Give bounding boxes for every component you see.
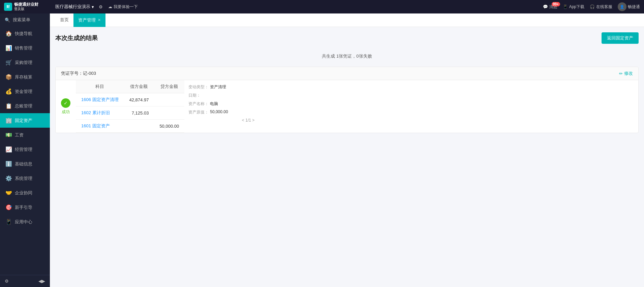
message-badge: 99+ — [552, 2, 560, 6]
sidebar-item-basic-info[interactable]: ℹ️ 基础信息 — [0, 157, 50, 171]
sidebar-item-funds[interactable]: 💰 资金管理 — [0, 84, 50, 99]
info-date: 日期： — [188, 93, 254, 98]
asset-value-label: 资产原值： — [188, 109, 209, 115]
sidebar-label: 系统管理 — [15, 176, 32, 182]
sidebar-label: 总账管理 — [15, 103, 32, 109]
sidebar-label: 基础信息 — [15, 161, 32, 167]
page-title: 本次生成的结果 — [55, 34, 98, 42]
tab-close-icon[interactable]: ✕ — [98, 18, 101, 22]
sidebar-item-ledger[interactable]: 📋 总账管理 — [0, 99, 50, 113]
sidebar-item-guide[interactable]: 🎯 新手引导 — [0, 200, 50, 215]
table-row: 1606 固定资产清理42,874.97 — [76, 93, 184, 106]
return-button[interactable]: 返回固定资产 — [602, 32, 639, 44]
sidebar-item-fixed-assets[interactable]: 🏢 固定资产 — [0, 113, 50, 128]
col-header-account: 科目 — [76, 80, 124, 93]
logo-text-block: 畅捷通好业财 普及版 — [14, 2, 38, 11]
user-area[interactable]: 👤 畅捷通 — [618, 2, 640, 11]
table-row: 1602 累计折旧7,125.03 — [76, 106, 184, 120]
try-button[interactable]: ☁ 我要体验一下 — [108, 4, 138, 10]
headset-icon: 🎧 — [590, 4, 595, 9]
top-header: 财 畅捷通好业财 普及版 医疗器械行业演示 ▾ ⚙ ☁ 我要体验一下 💬 消息 … — [0, 0, 644, 13]
edit-icon: ✏ — [619, 71, 623, 76]
sidebar-collapse-icon[interactable]: ◀▶ — [38, 279, 45, 284]
sales-icon: 📊 — [5, 45, 12, 51]
sidebar-search-label: 搜索菜单 — [13, 17, 30, 23]
dropdown-icon: ▾ — [92, 4, 94, 9]
service-label: 在线客服 — [596, 4, 612, 10]
sidebar-item-sales[interactable]: 📊 销售管理 — [0, 41, 50, 55]
voucher-main: ✓ 成功 科目 借方金额 贷方金额 — [56, 80, 184, 133]
sidebar-item-purchase[interactable]: 🛒 采购管理 — [0, 55, 50, 70]
settings-icon[interactable]: ⚙ — [99, 4, 103, 9]
sidebar-item-app-center[interactable]: 📱 应用中心 — [0, 215, 50, 229]
tab-assets-label: 资产管理 — [78, 17, 96, 23]
message-button[interactable]: 💬 消息 99+ — [543, 4, 557, 10]
prev-page-icon[interactable]: < — [242, 118, 244, 123]
sidebar-item-inventory[interactable]: 📦 库存核算 — [0, 70, 50, 84]
app-icon: 📱 — [563, 4, 568, 9]
debit-cell: 7,125.03 — [124, 106, 154, 120]
sidebar-gear-icon[interactable]: ⚙ — [5, 279, 9, 284]
cooperation-icon: 🤝 — [5, 190, 12, 196]
app-download-button[interactable]: 📱 App下载 — [563, 4, 584, 10]
user-name: 畅捷通 — [628, 4, 640, 10]
sidebar-label: 新手引导 — [15, 204, 32, 211]
voucher-header: 凭证字号：记-003 ✏ 修改 — [56, 67, 638, 80]
voucher-info-panel: 变动类型： 资产清理 日期： 资产名称： 电脑 资产原值： — [184, 80, 258, 133]
funds-icon: 💰 — [5, 88, 12, 95]
account-cell[interactable]: 1601 固定资产 — [76, 120, 124, 133]
page-header: 本次生成的结果 返回固定资产 — [55, 32, 639, 44]
summary-text: 共生成 1张凭证，0张失败 — [322, 54, 372, 59]
operations-icon: 📈 — [5, 146, 12, 153]
tab-home[interactable]: 首页 — [55, 13, 73, 27]
sidebar: 🔍 搜索菜单 🏠 快捷导航 📊 销售管理 🛒 采购管理 📦 库存核算 💰 资金管… — [0, 13, 50, 287]
voucher-number: 凭证字号：记-003 — [61, 70, 96, 76]
logo-sub: 普及版 — [14, 7, 38, 11]
credit-cell — [154, 93, 184, 106]
logo-icon: 财 — [4, 3, 12, 11]
company-name: 医疗器械行业演示 — [55, 4, 90, 10]
guide-icon: 🎯 — [5, 204, 12, 211]
main-layout: 🔍 搜索菜单 🏠 快捷导航 📊 销售管理 🛒 采购管理 📦 库存核算 💰 资金管… — [0, 13, 644, 287]
info-pagination[interactable]: < 1/1 > — [188, 118, 254, 123]
debit-cell — [124, 120, 154, 133]
content-area: 首页 资产管理 ✕ 本次生成的结果 返回固定资产 共生成 1张凭证，0张失败 — [50, 13, 644, 287]
account-cell[interactable]: 1606 固定资产清理 — [76, 93, 124, 106]
summary-bar: 共生成 1张凭证，0张失败 — [55, 49, 639, 63]
try-label: 我要体验一下 — [114, 4, 138, 10]
logo-name: 畅捷通好业财 — [14, 2, 38, 7]
cloud-icon: ☁ — [108, 4, 112, 9]
asset-name-value: 电脑 — [210, 101, 218, 107]
asset-name-label: 资产名称： — [188, 101, 209, 107]
service-button[interactable]: 🎧 在线客服 — [590, 4, 612, 10]
next-page-icon[interactable]: > — [252, 118, 254, 123]
info-asset-value: 资产原值： 50,000.00 — [188, 109, 254, 115]
tab-assets[interactable]: 资产管理 ✕ — [73, 13, 105, 27]
sidebar-bottom: ⚙ ◀▶ — [0, 275, 50, 287]
page-content: 本次生成的结果 返回固定资产 共生成 1张凭证，0张失败 凭证字号：记-003 … — [50, 27, 644, 287]
sidebar-label: 快捷导航 — [15, 31, 32, 37]
sidebar-item-cooperation[interactable]: 🤝 企业协同 — [0, 186, 50, 200]
col-header-debit: 借方金额 — [124, 80, 154, 93]
sidebar-item-search[interactable]: 🔍 搜索菜单 — [0, 13, 50, 26]
debit-cell: 42,874.97 — [124, 93, 154, 106]
sidebar-item-quick-nav[interactable]: 🏠 快捷导航 — [0, 26, 50, 41]
voucher-block: 凭证字号：记-003 ✏ 修改 ✓ 成功 — [55, 67, 639, 133]
edit-label: 修改 — [624, 70, 633, 76]
credit-cell — [154, 106, 184, 120]
sidebar-item-payroll[interactable]: 💵 工资 — [0, 128, 50, 142]
credit-cell: 50,000.00 — [154, 120, 184, 133]
date-label: 日期： — [188, 93, 201, 98]
inventory-icon: 📦 — [5, 74, 12, 80]
asset-value-value: 50,000.00 — [210, 109, 228, 115]
sidebar-item-system[interactable]: ⚙️ 系统管理 — [0, 171, 50, 186]
success-icon: ✓ — [61, 98, 70, 108]
logo-area: 财 畅捷通好业财 普及版 — [4, 2, 54, 11]
edit-button[interactable]: ✏ 修改 — [619, 70, 633, 76]
payroll-icon: 💵 — [5, 132, 12, 138]
sidebar-item-operations[interactable]: 📈 经营管理 — [0, 142, 50, 157]
company-select[interactable]: 医疗器械行业演示 ▾ — [55, 4, 94, 10]
sidebar-label: 应用中心 — [15, 219, 32, 225]
col-header-credit: 贷方金额 — [154, 80, 184, 93]
account-cell[interactable]: 1602 累计折旧 — [76, 106, 124, 120]
